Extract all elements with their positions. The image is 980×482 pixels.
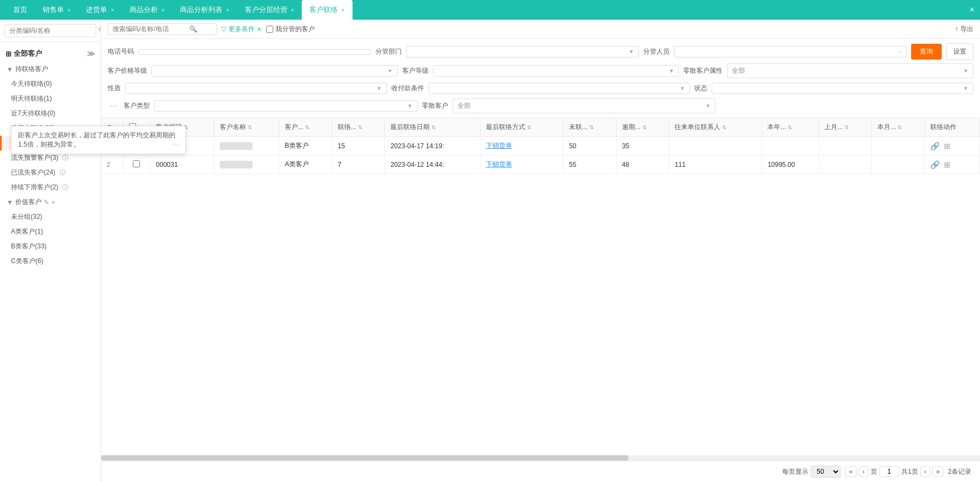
a-class-customers[interactable]: A类客户(1) xyxy=(0,224,101,239)
search-icon[interactable]: 🔍 xyxy=(189,25,197,33)
query-button[interactable]: 查询 xyxy=(911,44,942,60)
row-1-grid-icon[interactable]: ⊞ xyxy=(944,142,950,150)
col-this-month[interactable]: 本月... ⇅ xyxy=(872,118,925,137)
payment-dropdown-icon: ▼ xyxy=(679,85,685,91)
nav-customer-tier[interactable]: 客户分层经营 × xyxy=(237,0,302,20)
row-2-actions: 🔗 ⊞ xyxy=(924,155,979,174)
export-button[interactable]: ↑ 导出 xyxy=(955,25,973,34)
customer-level-field[interactable]: ▼ xyxy=(433,65,679,77)
ungroup-customers[interactable]: 未分组(32) xyxy=(0,210,101,224)
col-contact-count[interactable]: 联络... ⇅ xyxy=(332,118,385,137)
collapse-sidebar-icon[interactable]: ≫ xyxy=(87,49,95,58)
horizontal-scrollbar[interactable] xyxy=(101,455,980,461)
window-close-button[interactable]: × xyxy=(970,5,975,15)
tooltip-box: 距客户上次交易时长，超过了此客户的平均交易周期的1.5倍，则视为异常。 ··· xyxy=(101,126,186,154)
retail-customer-field[interactable]: 全部 ▼ xyxy=(453,98,716,113)
scrollbar-thumb[interactable] xyxy=(101,455,629,461)
col-contact-count-sort-icon: ⇅ xyxy=(358,124,362,130)
pending-contact-section[interactable]: ▼ 待联络客户 xyxy=(0,62,101,77)
col-name-sort-icon: ⇅ xyxy=(248,124,252,130)
my-customer-checkbox[interactable] xyxy=(266,26,273,33)
col-contacts[interactable]: 往来单位联系人 ⇅ xyxy=(669,118,762,137)
col-not-contact-label: 未联... xyxy=(569,123,588,132)
manager-field[interactable]: ··· xyxy=(674,46,907,57)
nav-sales-close[interactable]: × xyxy=(67,7,71,13)
week-pending[interactable]: 近7天待联络(0) xyxy=(0,106,101,121)
col-action-label: 联络动作 xyxy=(930,123,956,131)
c-class-customers[interactable]: C类客户(6) xyxy=(0,254,101,269)
next-page-button[interactable]: › xyxy=(920,466,930,477)
dept-field[interactable]: ▼ xyxy=(406,46,639,57)
nav-customer-tier-close[interactable]: × xyxy=(291,7,294,13)
row-2-method-link[interactable]: 下销货单 xyxy=(486,160,512,168)
sidebar-search-input[interactable] xyxy=(4,24,96,37)
nav-home[interactable]: 首页 xyxy=(5,0,35,20)
per-page-area: 每页显示 50 20 100 xyxy=(782,466,841,478)
grid-icon: ⊞ xyxy=(5,50,11,58)
nature-label: 性质 xyxy=(108,82,121,95)
sidebar: 🔍 ⊞ 全部客户 ≫ ▼ 待联络客户 今天待联络(0) 明天待联络(1) 近7天… xyxy=(0,20,101,482)
retail-attr-field[interactable]: 全部 ▼ xyxy=(727,63,973,78)
declining-customers[interactable]: 持续下滑客户(2) ⓘ xyxy=(0,180,101,195)
search-input[interactable] xyxy=(113,25,189,33)
all-customers-label: 全部客户 xyxy=(14,49,42,59)
churned-customers[interactable]: 已流失客户(24) ⓘ xyxy=(0,165,101,180)
col-type[interactable]: 客户... ⇅ xyxy=(279,118,332,137)
col-this-year[interactable]: 本年... ⇅ xyxy=(762,118,819,137)
row-2-link-icon[interactable]: 🔗 xyxy=(930,160,940,169)
prev-page-button[interactable]: ‹ xyxy=(859,466,868,477)
my-customer-label: 我分管的客户 xyxy=(275,25,315,34)
col-last-method-label: 最后联络方式 xyxy=(486,123,525,132)
nav-sales[interactable]: 销售单 × xyxy=(35,0,78,20)
phone-field[interactable] xyxy=(138,49,371,55)
retail-customer-dropdown-icon: ▼ xyxy=(706,103,711,109)
today-pending[interactable]: 今天待联络(0) xyxy=(0,77,101,91)
col-name[interactable]: 客户名称 ⇅ xyxy=(214,118,279,137)
row-1-method-link[interactable]: 下销货单 xyxy=(486,142,512,149)
nav-customer-contact[interactable]: 客户联络 × xyxy=(302,0,352,20)
value-customer-add-icon[interactable]: + xyxy=(51,199,55,206)
col-overdue-label: 逾期... xyxy=(622,123,641,132)
col-last-date[interactable]: 最后联络日期 ⇅ xyxy=(385,118,480,137)
status-field[interactable]: ▼ xyxy=(712,83,973,94)
col-last-method[interactable]: 最后联络方式 ⇅ xyxy=(480,118,563,137)
first-page-button[interactable]: « xyxy=(845,466,856,477)
price-level-field[interactable]: ▼ xyxy=(151,65,398,77)
filter-icon: ▽ xyxy=(221,25,226,33)
col-last-date-sort-icon: ⇅ xyxy=(431,124,436,130)
payment-label: 收付款条件 xyxy=(391,82,424,95)
customer-type-field[interactable]: ▼ xyxy=(154,100,418,112)
b-class-customers[interactable]: B类客户(33) xyxy=(0,239,101,254)
col-last-month-label: 上月... xyxy=(824,123,843,132)
last-page-button[interactable]: » xyxy=(932,466,944,477)
nav-purchase-close[interactable]: × xyxy=(110,7,114,13)
more-filter-dots[interactable]: ··· xyxy=(108,101,119,111)
page-number-input[interactable] xyxy=(879,466,899,477)
value-customer-section[interactable]: ▼ 价值客户 ✎ + xyxy=(0,195,101,210)
col-last-month[interactable]: 上月... ⇅ xyxy=(819,118,872,137)
per-page-select[interactable]: 50 20 100 xyxy=(811,466,841,478)
tooltip-close-icon[interactable]: ··· xyxy=(173,140,179,148)
nav-product-analysis-list-close[interactable]: × xyxy=(226,7,229,13)
row-2-grid-icon[interactable]: ⊞ xyxy=(944,160,950,169)
row-1-link-icon[interactable]: 🔗 xyxy=(930,142,940,150)
all-customers-header[interactable]: ⊞ 全部客户 ≫ xyxy=(0,45,101,62)
nav-customer-contact-close[interactable]: × xyxy=(341,7,344,13)
row-2-checkbox[interactable] xyxy=(133,160,140,167)
col-overdue[interactable]: 逾期... ⇅ xyxy=(616,118,669,137)
payment-field[interactable]: ▼ xyxy=(429,83,690,94)
more-conditions-button[interactable]: ▽ 更多条件 ∧ xyxy=(221,25,262,34)
nav-product-analysis-list[interactable]: 商品分析列表 × xyxy=(172,0,237,20)
row-2-overdue: 48 xyxy=(616,155,669,174)
col-not-contact[interactable]: 未联... ⇅ xyxy=(564,118,617,137)
nav-purchase[interactable]: 进货单 × xyxy=(78,0,121,20)
value-customer-label: 价值客户 xyxy=(15,198,42,207)
settings-button[interactable]: 设置 xyxy=(946,43,973,60)
col-last-month-sort-icon: ⇅ xyxy=(844,124,849,130)
value-customer-settings-icon[interactable]: ✎ xyxy=(44,199,49,206)
nav-customer-tier-label: 客户分层经营 xyxy=(245,5,287,15)
nature-field[interactable]: ▼ xyxy=(125,83,387,94)
nav-product-analysis-close[interactable]: × xyxy=(161,7,165,13)
nav-product-analysis[interactable]: 商品分析 × xyxy=(122,0,172,20)
tomorrow-pending[interactable]: 明天待联络(1) xyxy=(0,91,101,106)
